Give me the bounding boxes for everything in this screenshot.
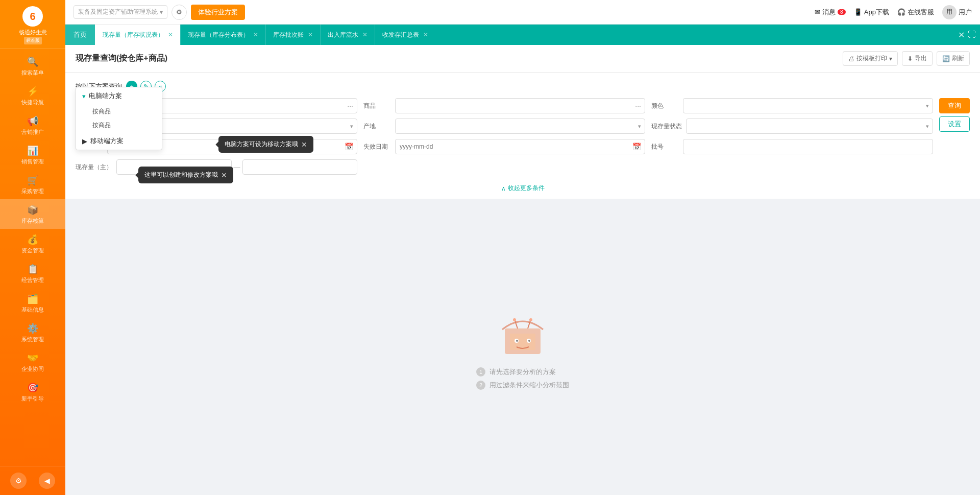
message-button[interactable]: ✉ 消息 8 [815,8,846,17]
tab-receive[interactable]: 收发存汇总表 ✕ [375,25,435,45]
filter-expire-date: 失效日期 📅 [363,139,645,154]
tab-home[interactable]: 首页 [65,25,95,45]
search-button[interactable]: 查询 [939,98,970,113]
sidebar-item-finance[interactable]: 💰 资金管理 [0,229,65,258]
filter-origin: 产地 ▾ [363,119,645,134]
print-label: 按模板打印 [856,54,887,63]
sidebar-bottom: ⚙ ◀ [0,466,65,495]
stock-status-input[interactable] [686,119,933,134]
expand-icon-mobile: ▶ [82,137,87,145]
tip-num-1: 1 [476,367,485,376]
range-separator: — [234,163,240,171]
print-button[interactable]: 🖨 按模板打印 ▾ [843,51,898,66]
refresh-button[interactable]: 🔄 刷新 [937,51,970,66]
sidebar-item-label-system: 系统管理 [21,336,44,343]
expire-date-calendar-icon[interactable]: 📅 [632,143,641,151]
batch-input[interactable] [683,139,933,154]
tip-num-2: 2 [476,381,485,390]
origin-control: ▾ [395,119,645,134]
app-tag: 标准版 [24,37,42,44]
sidebar-item-label-search: 搜索菜单 [21,69,44,77]
gear-settings-button[interactable]: ⚙ [172,5,187,20]
origin-label: 产地 [363,122,391,131]
headset-icon: 🎧 [897,8,905,16]
sidebar-item-quick[interactable]: ⚡ 快捷导航 [0,81,65,110]
online-service-button[interactable]: 🎧 在线客服 [897,8,934,17]
origin-input[interactable] [395,119,645,134]
scheme-tree-desktop[interactable]: ▾ 电脑端方案 [76,87,162,105]
sidebar-item-basic[interactable]: 🗂️ 基础信息 [0,288,65,318]
sidebar-item-purchase[interactable]: 🛒 采购管理 [0,170,65,199]
sidebar-item-marketing[interactable]: 📢 营销推广 [0,110,65,140]
filter-panel: 按以下方案查询 + ✎ « ▾ 电脑端方案 按商品 [65,73,980,199]
sidebar-item-guide[interactable]: 🎯 新手引导 [0,377,65,407]
color-input[interactable] [683,98,933,113]
message-badge: 8 [838,9,846,15]
collapse-conditions-button[interactable]: ∧ 收起更多条件 [501,184,545,193]
settings-bottom-btn[interactable]: ⚙ [10,473,27,489]
tab-expand-btn[interactable]: ⛶ [968,30,976,39]
sidebar-item-inventory[interactable]: 📦 库存核算 [0,199,65,229]
solution-button[interactable]: 体验行业方案 [191,5,245,20]
tooltip2-text: 这里可以创建和修改方案哦 [144,171,218,179]
tab-inventory-dist[interactable]: 现存量（库存分布表） ✕ [180,25,265,45]
basic-nav-icon: 🗂️ [27,293,38,304]
tab-inout-close[interactable]: ✕ [362,31,368,38]
scheme-sub-items: 按商品 按商品 [76,105,162,132]
goods-label: 商品 [363,102,391,110]
tab-receive-close[interactable]: ✕ [423,31,428,38]
scheme-sub-item-2[interactable]: 按商品 [86,119,162,132]
tab-close-all-btn[interactable]: ✕ [958,30,965,40]
scheme-tree-mobile[interactable]: ▶ 移动端方案 [76,132,162,150]
tab-batch-close[interactable]: ✕ [308,31,313,38]
tab-batch[interactable]: 库存批次账 ✕ [265,25,320,45]
sidebar-item-label-marketing: 营销推广 [21,128,44,136]
batch-label: 批号 [651,143,679,151]
expand-icon: ▾ [82,92,86,100]
svg-point-9 [529,318,532,321]
system-name-dropdown[interactable]: 装备及固定资产辅助管理系统 ▾ [74,5,167,19]
stock-qty-end[interactable] [242,159,358,175]
scheme-sub-item-1[interactable]: 按商品 [86,105,162,119]
tab-inventory-status[interactable]: 现存量（库存状况表） ✕ [95,25,180,45]
filter-color: 颜色 ▾ [651,98,933,113]
user-menu[interactable]: 用 用户 [942,5,972,19]
produce-date-calendar-icon[interactable]: 📅 [345,143,353,151]
export-button[interactable]: ⬇ 导出 [902,51,933,66]
sidebar-item-enterprise[interactable]: 🤝 企业协同 [0,347,65,377]
export-label: 导出 [915,54,927,63]
warehouse-dots-icon[interactable]: ··· [347,102,353,110]
goods-dots-icon[interactable]: ··· [635,102,641,110]
sidebar-item-sales[interactable]: 📊 销售管理 [0,140,65,170]
tooltip2-close[interactable]: ✕ [221,171,227,179]
tab-inout[interactable]: 出入库流水 ✕ [320,25,375,45]
tab-receive-label: 收发存汇总表 [382,31,419,39]
stock-status-control: ▾ [686,119,933,134]
sidebar-item-label-quick: 快捷导航 [21,99,44,106]
app-download-button[interactable]: 📱 App下载 [854,8,889,17]
tab-home-label: 首页 [74,30,87,39]
empty-icon-container [492,308,553,359]
sidebar-item-search[interactable]: 🔍 搜索菜单 [0,51,65,81]
top-header: 装备及固定资产辅助管理系统 ▾ ⚙ 体验行业方案 ✉ 消息 8 📱 App下载 … [65,0,980,25]
scheme-mobile-label: 移动端方案 [90,136,124,146]
goods-input[interactable] [395,98,645,113]
expire-date-start[interactable] [395,139,645,154]
collapse-sidebar-btn[interactable]: ◀ [39,473,55,489]
logo-area: 6 畅通好生意 标准版 [0,0,65,49]
tab-bar-right: ✕ ⛶ [954,25,980,45]
tooltip1-close[interactable]: ✕ [301,140,307,149]
app-name: 畅通好生意 [19,29,47,36]
purchase-nav-icon: 🛒 [27,175,38,186]
user-avatar: 用 [942,5,957,19]
printer-icon: 🖨 [848,55,854,62]
svg-point-5 [528,340,530,342]
sidebar-item-label-guide: 新手引导 [21,395,44,403]
tab-inventory-status-close[interactable]: ✕ [168,31,173,38]
reset-button[interactable]: 设置 [939,116,970,132]
expire-date-control: 📅 [395,139,645,154]
sidebar-item-operations[interactable]: 📋 经营管理 [0,258,65,288]
tab-inventory-dist-close[interactable]: ✕ [253,31,258,38]
sidebar-item-system[interactable]: ⚙️ 系统管理 [0,318,65,347]
logo-icon: 6 [22,6,43,27]
